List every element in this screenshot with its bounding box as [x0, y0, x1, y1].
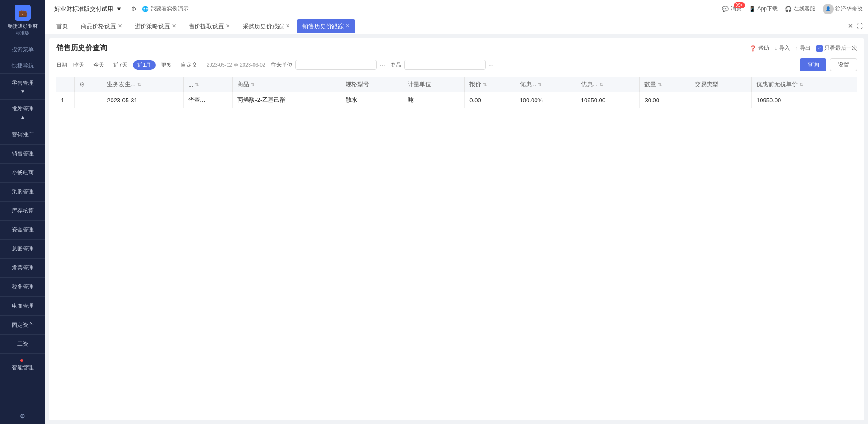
sidebar-item-smart[interactable]: 智能管理: [0, 354, 45, 377]
cell-discount1: 100.00%: [515, 92, 576, 108]
cell-biz-date: 2023-05-31: [102, 92, 184, 108]
only-last-checkbox[interactable]: ✓ 只看最后一次: [816, 44, 857, 52]
sidebar-bottom-settings[interactable]: ⚙: [0, 408, 45, 424]
product-label: 商品: [390, 61, 401, 69]
col-biz-date[interactable]: 业务发生... ⇅: [102, 77, 184, 92]
message-button[interactable]: 💬 消息 99+: [722, 5, 741, 13]
tab-sales-history-close-icon[interactable]: ✕: [346, 23, 350, 29]
tab-purchase-history-close-icon[interactable]: ✕: [286, 23, 290, 29]
settings-gear-icon[interactable]: ⚙: [129, 4, 138, 14]
sidebar-item-ecmgmt[interactable]: 电商管理: [0, 297, 45, 316]
sort-discount1-icon: ⇅: [538, 82, 541, 87]
col-product[interactable]: 商品 ⇅: [233, 77, 341, 92]
col-pretax-price[interactable]: 优惠前无税单价 ⇅: [752, 77, 857, 92]
sidebar-item-purchase[interactable]: 采购管理: [0, 183, 45, 202]
sidebar-item-invoice[interactable]: 发票管理: [0, 259, 45, 278]
topbar-right: 💬 消息 99+ 📱 App下载 🎧 在线客服 👤 徐泽华修改: [722, 4, 863, 14]
tab-sale-price-close-icon[interactable]: ✕: [226, 23, 230, 29]
checkbox-checked-icon: ✓: [816, 45, 823, 52]
tab-product-price[interactable]: 商品价格设置 ✕: [75, 19, 127, 33]
avatar: 👤: [823, 4, 834, 14]
data-table: ⚙ 业务发生... ⇅ ... ⇅: [56, 77, 857, 108]
tab-sales-history[interactable]: 销售历史价跟踪 ✕: [297, 19, 355, 33]
col-spec: 规格型号: [341, 77, 403, 92]
main-content: 好业财标准版交付试用 ▼ ⚙ 🌐 我要看实例演示 💬 消息 99+ 📱 App下…: [45, 0, 868, 424]
col-more[interactable]: ... ⇅: [184, 77, 233, 92]
date-yesterday-btn[interactable]: 昨天: [70, 60, 88, 70]
import-button[interactable]: ↓ 导入: [775, 44, 790, 52]
sort-pretax-icon: ⇅: [800, 82, 803, 87]
date-today-btn[interactable]: 今天: [90, 60, 108, 70]
sidebar-item-ledger[interactable]: 总账管理: [0, 240, 45, 259]
tab-purchase-strategy-close-icon[interactable]: ✕: [172, 23, 176, 29]
product-input[interactable]: [404, 60, 486, 70]
export-button[interactable]: ↑ 导出: [795, 44, 811, 52]
online-service-button[interactable]: 🎧 在线客服: [785, 5, 815, 13]
filter-bar: 日期 昨天 今天 近7天 近1月 更多 自定义 2023-05-02 至 202…: [56, 58, 857, 71]
tab-sale-price[interactable]: 售价提取设置 ✕: [183, 19, 235, 33]
demo-link[interactable]: 🌐 我要看实例演示: [142, 5, 189, 13]
query-button[interactable]: 查询: [800, 58, 826, 71]
tab-fullscreen-icon[interactable]: ⛶: [857, 23, 863, 29]
product-more-icon[interactable]: ···: [488, 61, 494, 68]
tab-product-price-close-icon[interactable]: ✕: [118, 23, 122, 29]
message-icon: 💬: [722, 6, 729, 12]
cell-qty: 30.00: [640, 92, 690, 108]
sidebar-item-wholesale[interactable]: 批发管理 ▲: [0, 100, 45, 125]
table-row: 1 2023-05-31 华查... 丙烯酸-2-乙基己酯 散水 吨 0.00 …: [56, 92, 857, 108]
sidebar-search[interactable]: 搜索菜单: [0, 41, 45, 58]
sort-discount2-icon: ⇅: [600, 82, 603, 87]
settings-button[interactable]: 设置: [830, 58, 857, 71]
sidebar-item-assets[interactable]: 固定资产: [0, 316, 45, 335]
sidebar-item-finance[interactable]: 资金管理: [0, 221, 45, 240]
from-unit-more-icon[interactable]: ···: [380, 61, 385, 68]
date-last1m-btn[interactable]: 近1月: [133, 60, 156, 70]
date-last7-btn[interactable]: 近7天: [110, 60, 131, 70]
sort-product-icon: ⇅: [251, 82, 254, 87]
import-icon: ↓: [775, 45, 777, 52]
help-button[interactable]: ❓ 帮助: [750, 44, 769, 52]
app-download-button[interactable]: 📱 App下载: [749, 5, 778, 13]
sidebar: 💼 畅捷通好业财 标准版 搜索菜单 快捷导航 零售管理 ▼ 批发管理 ▲ 营销推…: [0, 0, 45, 424]
sidebar-item-payroll[interactable]: 工资: [0, 335, 45, 354]
sidebar-item-marketing[interactable]: 营销推广: [0, 125, 45, 145]
tab-purchase-strategy[interactable]: 进价策略设置 ✕: [129, 19, 181, 33]
sidebar-quicknav[interactable]: 快捷导航: [0, 58, 45, 74]
topbar-left: 好业财标准版交付试用 ▼ ⚙ 🌐 我要看实例演示: [51, 3, 189, 15]
tabs-controls: ✕ ⛶: [848, 23, 863, 29]
col-trade-type: 交易类型: [690, 77, 751, 92]
col-discount2[interactable]: 优惠... ⇅: [576, 77, 640, 92]
sidebar-item-retail[interactable]: 零售管理 ▼: [0, 74, 45, 100]
topbar: 好业财标准版交付试用 ▼ ⚙ 🌐 我要看实例演示 💬 消息 99+ 📱 App下…: [45, 0, 868, 18]
date-options: 昨天 今天 近7天 近1月 更多 自定义: [70, 60, 201, 70]
cell-unit: 吨: [403, 92, 464, 108]
col-index: [56, 77, 74, 92]
sidebar-item-sales[interactable]: 销售管理: [0, 145, 45, 164]
edition-selector[interactable]: 好业财标准版交付试用 ▼: [51, 3, 126, 15]
smart-dot: [20, 359, 23, 362]
cell-trade-type: [690, 92, 751, 108]
col-settings[interactable]: ⚙: [74, 77, 102, 92]
sidebar-item-ecommerce[interactable]: 小畅电商: [0, 164, 45, 183]
user-profile-button[interactable]: 👤 徐泽华修改: [823, 4, 863, 14]
col-discount1[interactable]: 优惠... ⇅: [515, 77, 576, 92]
from-unit-input[interactable]: [295, 60, 377, 70]
cell-index: 1: [56, 92, 74, 108]
sidebar-item-tax[interactable]: 税务管理: [0, 278, 45, 297]
sort-more-icon: ⇅: [195, 82, 199, 87]
date-custom-btn[interactable]: 自定义: [177, 60, 201, 70]
col-price[interactable]: 报价 ⇅: [465, 77, 515, 92]
cell-more: 华查...: [184, 92, 233, 108]
sidebar-item-inventory[interactable]: 库存核算: [0, 202, 45, 221]
tab-purchase-history[interactable]: 采购历史价跟踪 ✕: [237, 19, 295, 33]
column-settings-icon[interactable]: ⚙: [79, 81, 85, 88]
tab-close-window-icon[interactable]: ✕: [848, 23, 853, 29]
logo-icon: 💼: [15, 5, 31, 21]
app-icon: 📱: [749, 6, 756, 12]
logo-title: 畅捷通好业财: [8, 23, 38, 29]
demo-globe-icon: 🌐: [142, 6, 149, 12]
tab-home[interactable]: 首页: [51, 19, 73, 33]
date-more-btn[interactable]: 更多: [157, 60, 176, 70]
col-qty[interactable]: 数量 ⇅: [640, 77, 690, 92]
cell-pretax-price: 10950.00: [752, 92, 857, 108]
